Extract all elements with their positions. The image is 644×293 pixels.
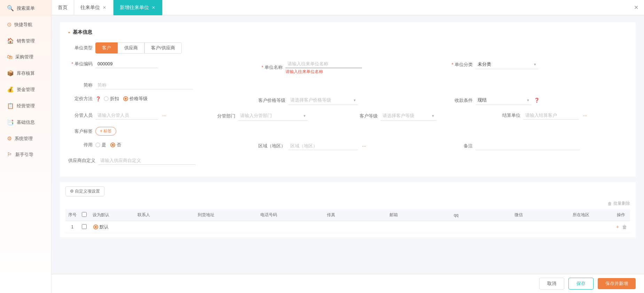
customer-tag-label: 客户标签: [68, 128, 93, 135]
row-phone[interactable]: [237, 221, 300, 233]
settlement-unit-input[interactable]: [523, 111, 579, 120]
sidebar-item-quicknav[interactable]: ⊙ 快捷导航: [0, 16, 51, 33]
close-all-tabs[interactable]: ✕: [628, 4, 644, 11]
region-label: 区域（地区）: [258, 143, 285, 149]
unit-type-supplier[interactable]: 供应商: [118, 42, 144, 54]
row-index: 1: [65, 221, 79, 233]
short-name-input[interactable]: [95, 81, 193, 89]
system-icon: ⚙: [7, 135, 12, 142]
unit-type-customer[interactable]: 客户: [95, 42, 118, 54]
sidebar-item-basic[interactable]: 📑 基础信息: [0, 114, 51, 130]
region-more-btn[interactable]: ···: [361, 143, 368, 149]
bottom-bar: 取消 保存 保存并新增: [52, 274, 644, 293]
cancel-button[interactable]: 取消: [539, 278, 564, 290]
fax-input[interactable]: [302, 225, 360, 229]
col-default: 设为默认: [89, 209, 112, 221]
supplier-custom-input[interactable]: [98, 156, 196, 165]
sidebar-item-search[interactable]: 🔍 搜索菜单: [0, 0, 51, 16]
sidebar-item-inventory[interactable]: 📦 库存核算: [0, 65, 51, 81]
disabled-field: 停用 是 否: [68, 142, 247, 148]
pricing-help-icon[interactable]: ❓: [95, 96, 101, 101]
inventory-icon: 📦: [7, 70, 14, 76]
batch-del-icon: 🗑: [608, 201, 612, 206]
save-new-button[interactable]: 保存并新增: [598, 278, 636, 289]
supervisor-more-btn[interactable]: ···: [161, 113, 168, 118]
sidebar-item-sales[interactable]: 🏠 销售管理: [0, 33, 51, 49]
operation-icon: 📋: [7, 103, 14, 109]
unit-name-input[interactable]: [285, 60, 362, 68]
unit-category-label: 单位分类: [448, 62, 473, 68]
payment-terms-select[interactable]: 现结 ▾: [476, 96, 531, 105]
unit-code-input[interactable]: [95, 60, 158, 68]
phone-input[interactable]: [239, 225, 298, 229]
row-default-radio[interactable]: 默认: [92, 224, 110, 230]
row-checkbox-cell: [79, 221, 89, 233]
wechat-input[interactable]: [489, 225, 548, 229]
close-new-partner-tab[interactable]: ✕: [151, 5, 156, 10]
sidebar-item-operation[interactable]: 📋 经营管理: [0, 98, 51, 114]
tab-home[interactable]: 首页: [52, 0, 74, 15]
row-add-button[interactable]: ＋: [615, 224, 620, 230]
row-delete-button[interactable]: 🗑: [622, 224, 627, 230]
region-input[interactable]: [288, 142, 358, 150]
row-address[interactable]: [175, 221, 237, 233]
row-wechat[interactable]: [487, 221, 550, 233]
unit-name-label: 单位名称: [258, 64, 283, 71]
payment-terms-chevron: ▾: [527, 98, 529, 103]
department-select[interactable]: 请输入分管部门 ▾: [238, 111, 308, 121]
row-fax[interactable]: [300, 221, 362, 233]
unit-type-both[interactable]: 客户/供应商: [144, 42, 182, 54]
disabled-no[interactable]: 否: [110, 142, 121, 148]
settlement-unit-more-btn[interactable]: ···: [582, 113, 589, 118]
email-input[interactable]: [364, 225, 423, 229]
shortname-row: 简称: [68, 81, 627, 89]
department-field: 分管部门 请输入分管部门 ▾: [211, 111, 343, 121]
row-email[interactable]: [362, 221, 425, 233]
sidebar-item-newguide[interactable]: 🏳 新手引导: [0, 147, 51, 163]
contact-input[interactable]: [115, 225, 173, 229]
pricing-level[interactable]: 价格等级: [123, 96, 148, 102]
payment-terms-help-icon[interactable]: ❓: [534, 98, 540, 103]
add-tag-button[interactable]: + 标签: [95, 127, 116, 136]
save-button[interactable]: 保存: [568, 278, 594, 290]
pricing-discount[interactable]: 折扣: [104, 96, 119, 102]
close-partners-tab[interactable]: ✕: [102, 5, 107, 10]
tab-new-partner[interactable]: 新增往来单位 ✕: [113, 0, 163, 15]
address-input[interactable]: [177, 225, 235, 229]
form-content: ▪ 基本信息 单位类型 客户 供应商 客户/供应商 单位编码: [52, 15, 644, 274]
row-qq[interactable]: [425, 221, 487, 233]
tabs-bar: 首页 往来单位 ✕ 新增往来单位 ✕ ✕: [52, 0, 644, 15]
row-checkbox[interactable]: [82, 224, 87, 229]
pricing-label: 定价方法: [68, 96, 93, 102]
unit-code-label: 单位编码: [68, 61, 93, 67]
custom-settings-button[interactable]: ⚙ 自定义项设置: [65, 186, 104, 196]
row-contact[interactable]: [112, 221, 175, 233]
row-region-input[interactable]: [552, 225, 610, 229]
unit-category-chevron: ▾: [534, 62, 536, 67]
qq-input[interactable]: [427, 225, 485, 229]
remark-input[interactable]: [476, 142, 580, 150]
sidebar-item-finance[interactable]: 💰 资金管理: [0, 81, 51, 98]
table-header-row: 序号 设为默认 联系人 到货地址 电话号码 传真 邮箱 qq 微信 所在地区 操…: [65, 209, 630, 221]
unit-type-row: 单位类型 客户 供应商 客户/供应商: [68, 42, 627, 54]
disabled-label: 停用: [68, 142, 93, 148]
sidebar-item-system[interactable]: ⚙ 系统管理: [0, 130, 51, 147]
pricing-method-field: 定价方法 ❓ 折扣 价格等级: [68, 96, 247, 102]
disabled-yes[interactable]: 是: [95, 142, 106, 148]
customer-level-select[interactable]: 请选择客户等级 ▾: [380, 111, 436, 121]
sidebar-item-purchase[interactable]: 🛍 采购管理: [0, 49, 51, 65]
customer-price-level-placeholder: 请选择客户价格等级: [290, 97, 352, 103]
select-all-checkbox[interactable]: [82, 212, 87, 217]
customer-price-level-select[interactable]: 请选择客户价格等级 ▾: [288, 96, 358, 105]
row-region[interactable]: [550, 221, 612, 233]
customer-price-level-field: 客户价格等级 请选择客户价格等级 ▾: [258, 96, 437, 105]
sidebar: 🔍 搜索菜单 ⊙ 快捷导航 🏠 销售管理 🛍 采购管理 📦 库存核算 💰 资金管…: [0, 0, 52, 293]
customer-level-chevron: ▾: [432, 114, 434, 118]
region-field: 区域（地区） ···: [258, 142, 437, 150]
batch-delete-button[interactable]: 🗑 批量删除: [608, 201, 630, 206]
supervisor-input[interactable]: [95, 111, 158, 120]
unit-category-select[interactable]: 未分类 ▾: [476, 60, 538, 69]
unit-name-wrap: 请输入往来单位名称: [285, 60, 437, 75]
pricing-discount-radio: [104, 96, 109, 101]
tab-partners[interactable]: 往来单位 ✕: [74, 0, 113, 15]
